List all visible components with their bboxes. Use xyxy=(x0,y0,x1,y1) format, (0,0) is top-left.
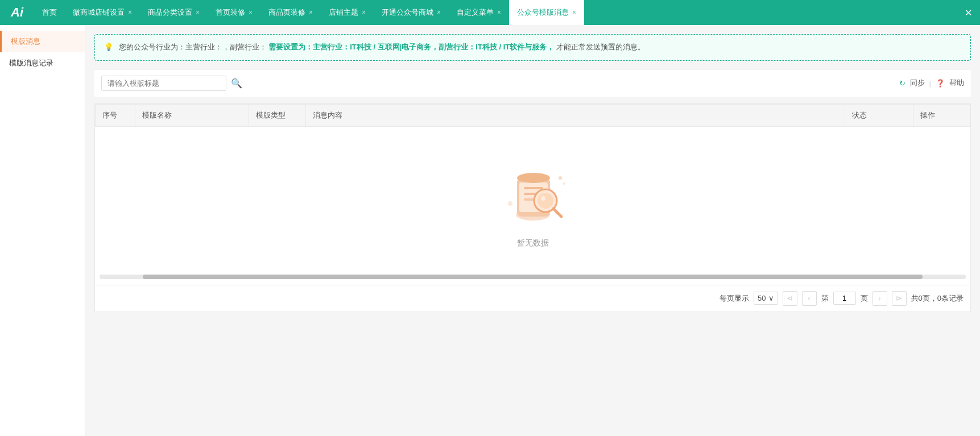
svg-point-8 xyxy=(537,193,553,209)
first-page-button[interactable]: ⊲ xyxy=(783,291,797,306)
page-prefix-label: 第 xyxy=(821,293,829,304)
nav-label-openstore: 开通公众号商城 xyxy=(382,7,433,18)
scrollbar-track xyxy=(100,275,966,279)
sidebar-label-template: 模版消息 xyxy=(11,37,40,45)
notice-text-suffix: 才能正常发送预置的消息。 xyxy=(556,43,645,51)
nav-close-category[interactable]: × xyxy=(196,9,200,16)
notice-box: 💡 您的公众号行业为：主营行业：，副营行业： 需要设置为：主营行业：IT科技 /… xyxy=(94,34,971,61)
col-status: 状态 xyxy=(845,104,913,126)
page-number-input[interactable] xyxy=(833,292,856,305)
nav-item-homepage[interactable]: 首页装修 × xyxy=(208,0,260,25)
prev-page-button[interactable]: ‹ xyxy=(802,291,817,306)
col-name: 模版名称 xyxy=(135,104,249,126)
nav-label-custommenu: 自定义菜单 xyxy=(457,7,494,18)
total-label: 共0页，0条记录 xyxy=(911,293,964,304)
svg-line-9 xyxy=(553,209,561,217)
close-all-tabs-button[interactable]: ✕ xyxy=(957,7,980,18)
nav-close-productpage[interactable]: × xyxy=(309,9,313,16)
nav-label-weshop: 微商城店铺设置 xyxy=(73,7,125,18)
sidebar-item-template-record[interactable]: 模版消息记录 xyxy=(0,52,85,74)
nav-label-home: 首页 xyxy=(42,7,57,18)
col-index: 序号 xyxy=(96,104,135,126)
scrollbar-thumb xyxy=(143,275,923,279)
empty-svg-icon xyxy=(499,161,573,235)
nav-item-templatemsg[interactable]: 公众号模版消息 × xyxy=(509,0,584,25)
svg-point-11 xyxy=(559,176,562,180)
divider: | xyxy=(929,79,931,88)
sidebar: 模版消息 模版消息记录 xyxy=(0,25,85,436)
pagination-bar: 每页显示 50 ∨ ⊲ ‹ 第 页 › ⊳ 共0页，0条记录 xyxy=(95,285,970,312)
nav-item-weshop[interactable]: 微商城店铺设置 × xyxy=(65,0,140,25)
page-size-value: 50 xyxy=(758,294,766,302)
help-icon: ❓ xyxy=(936,79,945,88)
content-area: 💡 您的公众号行业为：主营行业：，副营行业： 需要设置为：主营行业：IT科技 /… xyxy=(85,25,980,436)
nav-item-custommenu[interactable]: 自定义菜单 × xyxy=(449,0,509,25)
nav-close-custommenu[interactable]: × xyxy=(497,9,501,16)
top-navigation: Ai 首页 微商城店铺设置 × 商品分类设置 × 首页装修 × 商品页装修 × … xyxy=(0,0,980,25)
sync-icon: ↻ xyxy=(899,79,905,88)
sidebar-label-template-record: 模版消息记录 xyxy=(9,59,53,67)
search-bar: 🔍 ↻ 同步 | ❓ 帮助 xyxy=(94,70,971,97)
search-icon: 🔍 xyxy=(231,78,242,88)
search-input[interactable] xyxy=(101,76,226,91)
nav-label-theme: 店铺主题 xyxy=(329,7,358,18)
sync-button[interactable]: 同步 xyxy=(910,78,925,88)
nav-item-productpage[interactable]: 商品页装修 × xyxy=(260,0,321,25)
page-suffix-label: 页 xyxy=(861,293,868,304)
col-type: 模版类型 xyxy=(249,104,306,126)
nav-close-templatemsg[interactable]: × xyxy=(572,9,576,16)
svg-point-3 xyxy=(517,173,550,183)
svg-point-12 xyxy=(563,182,565,185)
empty-state: 暂无数据 xyxy=(96,127,970,271)
nav-close-weshop[interactable]: × xyxy=(128,9,132,16)
page-size-dropdown-icon: ∨ xyxy=(768,294,774,302)
empty-illustration xyxy=(499,161,567,229)
page-size-select[interactable]: 50 ∨ xyxy=(754,292,778,305)
data-table: 序号 模版名称 模版类型 消息内容 状态 操作 xyxy=(95,104,970,271)
svg-rect-4 xyxy=(524,187,543,189)
notice-text-prefix: 您的公众号行业为：主营行业：，副营行业： xyxy=(119,43,267,51)
nav-label-homepage: 首页装修 xyxy=(216,7,245,18)
search-right: ↻ 同步 | ❓ 帮助 xyxy=(899,78,964,88)
nav-close-theme[interactable]: × xyxy=(362,9,366,16)
nav-label-productpage: 商品页装修 xyxy=(268,7,305,18)
app-logo: Ai xyxy=(0,0,34,25)
last-page-button[interactable]: ⊳ xyxy=(892,291,907,306)
sidebar-item-template[interactable]: 模版消息 xyxy=(0,31,85,52)
col-action: 操作 xyxy=(913,104,970,126)
notice-icon: 💡 xyxy=(104,43,113,51)
table-header-row: 序号 模版名称 模版类型 消息内容 状态 操作 xyxy=(96,104,970,126)
help-button[interactable]: 帮助 xyxy=(949,78,964,88)
nav-close-openstore[interactable]: × xyxy=(437,9,441,16)
nav-label-category: 商品分类设置 xyxy=(148,7,192,18)
notice-highlight-text: 需要设置为：主营行业：IT科技 / 互联网|电子商务，副营行业：IT科技 / I… xyxy=(268,43,554,51)
empty-state-row: 暂无数据 xyxy=(96,126,970,271)
horizontal-scrollbar[interactable] xyxy=(95,271,970,285)
next-page-button[interactable]: › xyxy=(873,291,887,306)
nav-item-home[interactable]: 首页 xyxy=(34,0,65,25)
svg-point-10 xyxy=(541,196,545,201)
svg-point-13 xyxy=(508,201,512,206)
search-button[interactable]: 🔍 xyxy=(231,78,242,89)
search-left: 🔍 xyxy=(101,76,242,91)
main-layout: 模版消息 模版消息记录 💡 您的公众号行业为：主营行业：，副营行业： 需要设置为… xyxy=(0,25,980,436)
empty-text: 暂无数据 xyxy=(96,238,970,248)
page-size-label: 每页显示 xyxy=(720,293,749,304)
nav-close-homepage[interactable]: × xyxy=(249,9,253,16)
col-content: 消息内容 xyxy=(306,104,845,126)
nav-item-category[interactable]: 商品分类设置 × xyxy=(140,0,208,25)
data-table-wrapper: 序号 模版名称 模版类型 消息内容 状态 操作 xyxy=(94,103,971,312)
nav-label-templatemsg: 公众号模版消息 xyxy=(517,7,569,18)
nav-item-openstore[interactable]: 开通公众号商城 × xyxy=(374,0,449,25)
nav-item-theme[interactable]: 店铺主题 × xyxy=(321,0,374,25)
